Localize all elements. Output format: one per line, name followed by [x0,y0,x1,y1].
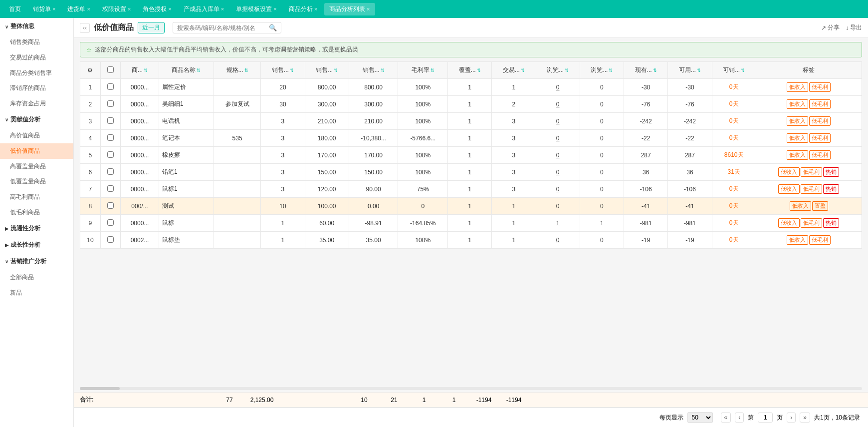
cell-cover: 1 [448,130,492,147]
search-input[interactable] [177,24,267,31]
view1-link[interactable]: 0 [556,152,560,159]
cell-checkbox[interactable] [100,113,120,130]
col-sale2[interactable]: 销售...⇅ [305,62,349,79]
view1-link[interactable]: 0 [556,186,560,193]
nav-close-analysis[interactable]: × [314,6,317,12]
view1-link[interactable]: 0 [556,118,560,125]
sidebar-group-growth[interactable]: 成长性分析 [0,237,73,253]
collapse-sidebar-button[interactable]: ‹‹ [80,23,90,33]
nav-close-analysis-list[interactable]: × [367,6,370,12]
sidebar-item-slow-goods[interactable]: 滞销序的商品 [0,80,73,96]
view1-link[interactable]: 0 [556,237,560,244]
col-name[interactable]: 商品名称⇅ [159,62,214,79]
nav-close-permissions[interactable]: × [128,6,131,12]
scrollbar-thumb[interactable] [80,387,120,390]
prev-page-button[interactable]: ‹ [735,413,744,423]
col-avail[interactable]: 可用...⇅ [668,62,712,79]
view1-link[interactable]: 0 [556,169,560,176]
cell-checkbox[interactable] [100,96,120,113]
sidebar-item-low-cover[interactable]: 低覆盖量商品 [0,174,73,189]
sidebar-item-sales-goods[interactable]: 销售类商品 [0,34,73,50]
select-all-checkbox[interactable] [107,66,114,73]
col-sale3[interactable]: 销售...⇅ [349,62,398,79]
cell-checkbox[interactable] [100,147,120,164]
nav-close-roles[interactable]: × [168,6,171,12]
col-trade[interactable]: 交易...⇅ [492,62,536,79]
row-checkbox[interactable] [107,219,114,226]
col-view1[interactable]: 浏览...⇅ [536,62,580,79]
row-checkbox[interactable] [107,185,114,192]
nav-permissions[interactable]: 权限设置 × [97,3,136,15]
nav-close-products[interactable]: × [221,6,224,12]
row-checkbox[interactable] [107,202,114,209]
page-input[interactable] [758,413,773,423]
col-code[interactable]: 商...⇅ [121,62,159,79]
sidebar-item-all-goods[interactable]: 全部商品 [0,270,73,285]
sidebar-item-high-margin[interactable]: 高毛利商品 [0,189,73,205]
col-spec[interactable]: 规格...⇅ [214,62,260,79]
nav-sales[interactable]: 销货单 × [28,3,60,15]
nav-close-sales[interactable]: × [52,6,55,12]
sidebar-item-inventory-capital[interactable]: 库存资金占用 [0,96,73,111]
search-box [173,22,281,33]
col-margin[interactable]: 毛利率⇅ [398,62,448,79]
row-checkbox[interactable] [107,151,114,158]
row-checkbox[interactable] [107,117,114,124]
export-button[interactable]: 导出 [846,23,862,32]
row-checkbox[interactable] [107,83,114,90]
row-checkbox[interactable] [107,168,114,175]
nav-home[interactable]: 首页 [4,3,26,15]
sidebar-group-contribution[interactable]: 贡献值分析 [0,111,73,128]
col-sale1[interactable]: 销售...⇅ [261,62,305,79]
col-checkbox[interactable] [100,62,120,79]
sidebar-item-high-value[interactable]: 高价值商品 [0,128,73,143]
last-page-button[interactable]: » [800,413,810,423]
cell-spec [214,113,260,130]
horizontal-scrollbar[interactable] [80,387,862,390]
nav-roles[interactable]: 角色授权 × [138,3,176,15]
nav-purchase[interactable]: 进货单 × [62,3,95,15]
sidebar-item-category-rate[interactable]: 商品分类销售率 [0,65,73,81]
row-checkbox[interactable] [107,100,114,107]
sidebar-group-overall[interactable]: 整体信息 [0,18,73,34]
cell-checkbox[interactable] [100,198,120,215]
filter-period-button[interactable]: 近一月 [138,22,165,33]
row-checkbox[interactable] [107,236,114,243]
row-checkbox[interactable] [107,134,114,141]
view1-link[interactable]: 0 [556,101,560,108]
sidebar-group-circulation[interactable]: 流通性分析 [0,220,73,237]
nav-products[interactable]: 产成品入库单 × [179,3,229,15]
nav-templates[interactable]: 单据模板设置 × [231,3,281,15]
sidebar-item-low-value[interactable]: 低价值商品 [0,143,73,159]
col-cover[interactable]: 覆盖...⇅ [448,62,492,79]
view1-link[interactable]: 0 [556,84,560,91]
view1-link[interactable]: 0 [556,203,560,210]
col-gear[interactable] [80,62,101,79]
next-page-button[interactable]: › [787,413,796,423]
cell-checkbox[interactable] [100,79,120,96]
view1-link[interactable]: 1 [556,220,560,227]
nav-analysis-list[interactable]: 商品分析列表 × [324,3,375,15]
cell-checkbox[interactable] [100,215,120,232]
col-view2[interactable]: 浏览...⇅ [580,62,624,79]
cell-checkbox[interactable] [100,164,120,181]
sidebar-item-new-goods[interactable]: 新品 [0,285,73,301]
share-button[interactable]: 分享 [821,23,840,32]
col-sellable[interactable]: 可销...⇅ [712,62,756,79]
per-page-select[interactable]: 50 100 200 [687,412,713,423]
cell-checkbox[interactable] [100,232,120,249]
sidebar-item-traded-goods[interactable]: 交易过的商品 [0,50,73,65]
footer-current: -1194 [469,397,499,404]
sidebar-group-marketing[interactable]: 营销推广分析 [0,253,73,270]
sidebar-item-low-margin[interactable]: 低毛利商品 [0,205,73,220]
col-current[interactable]: 现有...⇅ [624,62,668,79]
sidebar-item-high-cover[interactable]: 高覆盖量商品 [0,159,73,174]
cell-checkbox[interactable] [100,181,120,198]
cell-avail: 287 [668,147,712,164]
nav-close-templates[interactable]: × [273,6,276,12]
nav-analysis[interactable]: 商品分析 × [284,3,322,15]
first-page-button[interactable]: « [721,413,731,423]
nav-close-purchase[interactable]: × [87,6,90,12]
cell-checkbox[interactable] [100,130,120,147]
view1-link[interactable]: 0 [556,135,560,142]
